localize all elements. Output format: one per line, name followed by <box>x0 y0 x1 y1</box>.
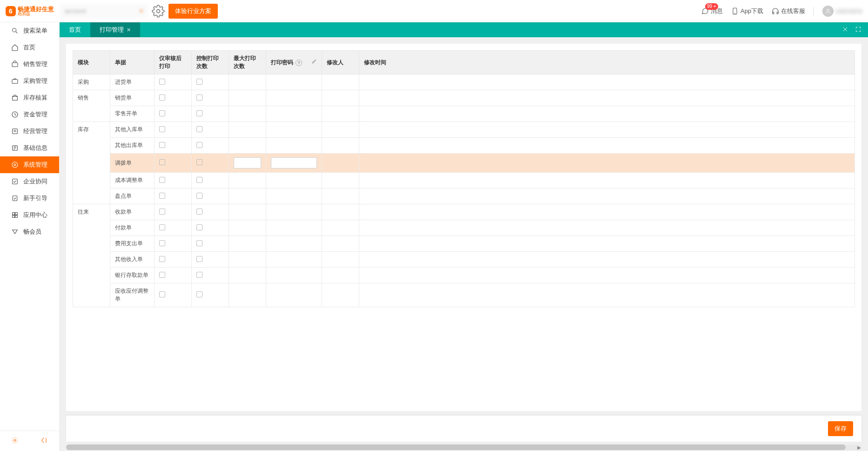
help-icon[interactable]: ? <box>296 60 302 66</box>
sidebar-item-6[interactable]: 经营管理 <box>0 123 59 140</box>
cell-modifier <box>322 138 359 154</box>
checkbox-ctrl[interactable] <box>196 193 202 199</box>
checkbox-ctrl[interactable] <box>196 272 202 278</box>
sidebar-item-1[interactable]: 首页 <box>0 39 59 56</box>
sidebar-item-label: 首页 <box>23 43 35 52</box>
sidebar-collapse-button[interactable] <box>40 437 48 445</box>
input-max-print[interactable] <box>234 157 261 168</box>
checkbox-audit[interactable] <box>159 159 165 165</box>
cell-modified-at <box>359 173 855 188</box>
sidebar-item-icon <box>11 44 19 51</box>
horizontal-scrollbar[interactable]: ◀ ▶ <box>66 444 861 450</box>
sidebar-item-12[interactable]: 畅会员 <box>0 223 59 240</box>
fullscreen-button[interactable] <box>855 26 861 34</box>
messages-button[interactable]: 99 + 消息 <box>701 7 723 15</box>
svg-point-25 <box>14 439 16 441</box>
cell-max <box>229 252 266 268</box>
checkbox-ctrl[interactable] <box>196 94 202 101</box>
scrollbar-thumb[interactable] <box>66 444 846 450</box>
user-menu[interactable]: username <box>822 6 862 17</box>
expand-icon <box>855 26 861 33</box>
checkbox-ctrl[interactable] <box>196 240 202 246</box>
cell-modifier <box>322 220 359 236</box>
account-selector[interactable]: account ▾ <box>60 4 148 19</box>
gear-icon <box>152 5 165 18</box>
col-doc: 单据 <box>110 51 155 74</box>
sidebar-settings-button[interactable] <box>11 437 19 445</box>
cell-modifier <box>322 74 359 90</box>
checkbox-ctrl[interactable] <box>196 209 202 215</box>
sidebar-item-icon <box>11 128 19 135</box>
online-service-button[interactable]: 在线客服 <box>772 7 805 15</box>
cell-module: 销售 <box>73 90 110 122</box>
cell-max <box>229 154 266 173</box>
sidebar-item-8[interactable]: 系统管理 <box>0 156 59 173</box>
sidebar-item-2[interactable]: 销售管理 <box>0 56 59 73</box>
sidebar-item-icon <box>11 144 19 152</box>
sidebar-item-0[interactable]: 搜索菜单 <box>0 22 59 39</box>
checkbox-ctrl[interactable] <box>196 256 202 262</box>
checkbox-ctrl[interactable] <box>196 126 202 132</box>
tab-bar: 首页打印管理✕ <box>60 22 868 37</box>
checkbox-audit[interactable] <box>159 240 165 246</box>
checkbox-audit[interactable] <box>159 256 165 262</box>
scroll-right-arrow[interactable]: ▶ <box>856 444 862 450</box>
sidebar-item-11[interactable]: 应用中心 <box>0 207 59 223</box>
checkbox-audit[interactable] <box>159 209 165 215</box>
edit-column-button[interactable] <box>311 59 317 66</box>
app-logo: 6 畅捷通好生意 精易版 <box>6 6 60 16</box>
svg-point-4 <box>13 28 16 32</box>
sidebar-item-7[interactable]: 基础信息 <box>0 140 59 156</box>
settings-gear-button[interactable] <box>152 5 165 18</box>
sidebar-item-5[interactable]: 资金管理 <box>0 106 59 123</box>
header-right: 99 + 消息 App下载 在线客服 username <box>701 6 862 17</box>
cell-module: 库存 <box>73 122 110 204</box>
sidebar-item-4[interactable]: 库存核算 <box>0 89 59 106</box>
input-password[interactable] <box>271 157 317 168</box>
checkbox-audit[interactable] <box>159 126 165 132</box>
cell-modified-at <box>359 268 855 283</box>
checkbox-audit[interactable] <box>159 110 165 116</box>
close-tabs-button[interactable] <box>842 26 848 34</box>
checkbox-audit[interactable] <box>159 94 165 101</box>
app-header: 6 畅捷通好生意 精易版 account ▾ 体验行业方案 99 + 消息 Ap… <box>0 0 868 22</box>
checkbox-ctrl[interactable] <box>196 224 202 230</box>
cell-max <box>229 138 266 154</box>
checkbox-audit[interactable] <box>159 291 165 297</box>
industry-plan-button[interactable]: 体验行业方案 <box>168 4 218 19</box>
checkbox-ctrl[interactable] <box>196 142 202 148</box>
checkbox-audit[interactable] <box>159 142 165 148</box>
cell-max <box>229 90 266 106</box>
tab-close-icon[interactable]: ✕ <box>127 27 131 33</box>
svg-rect-21 <box>13 213 15 215</box>
checkbox-audit[interactable] <box>159 224 165 230</box>
app-download-button[interactable]: App下载 <box>731 7 763 15</box>
cell-password <box>266 90 322 106</box>
checkbox-audit[interactable] <box>159 272 165 278</box>
sidebar-item-3[interactable]: 采购管理 <box>0 73 59 89</box>
cell-doc: 费用支出单 <box>110 236 155 252</box>
headset-icon <box>772 7 779 15</box>
tab-1[interactable]: 打印管理✕ <box>90 22 140 37</box>
cell-modifier <box>322 188 359 204</box>
checkbox-ctrl[interactable] <box>196 291 202 297</box>
cell-ctrl <box>192 283 229 307</box>
tab-0[interactable]: 首页 <box>60 22 90 37</box>
save-button[interactable]: 保存 <box>828 421 853 436</box>
checkbox-ctrl[interactable] <box>196 79 202 85</box>
cell-max <box>229 122 266 138</box>
cell-modifier <box>322 268 359 283</box>
checkbox-audit[interactable] <box>159 177 165 183</box>
cell-doc: 调拨单 <box>110 154 155 173</box>
sidebar-item-10[interactable]: 新手引导 <box>0 190 59 207</box>
checkbox-ctrl[interactable] <box>196 177 202 183</box>
cell-password <box>266 106 322 122</box>
checkbox-audit[interactable] <box>159 193 165 199</box>
checkbox-audit[interactable] <box>159 79 165 85</box>
content-panel: 模块 单据 仅审核后打印 控制打印次数 最大打印次数 打印密码 ? <box>66 44 861 411</box>
sidebar-item-9[interactable]: 企业协同 <box>0 173 59 190</box>
cell-modified-at <box>359 122 855 138</box>
checkbox-ctrl[interactable] <box>196 110 202 116</box>
logo-subtext: 精易版 <box>18 12 54 16</box>
checkbox-ctrl[interactable] <box>196 159 202 165</box>
